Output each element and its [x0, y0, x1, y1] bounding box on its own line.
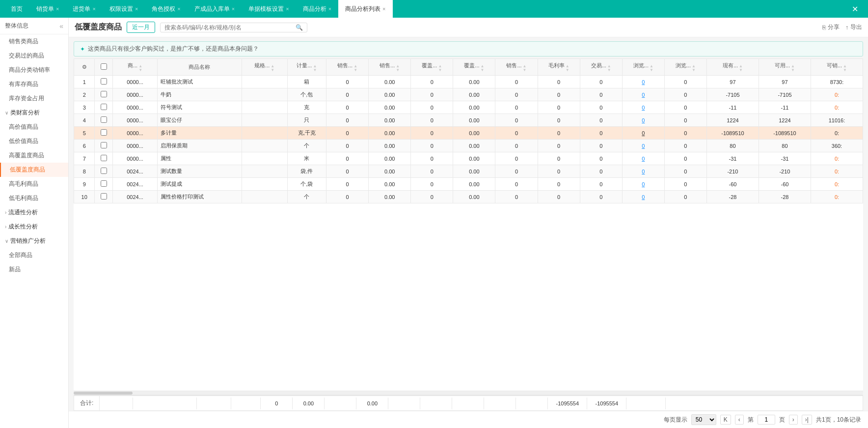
sidebar-item-new-products[interactable]: 新品 — [0, 262, 68, 277]
cell-check[interactable] — [95, 88, 113, 101]
window-close-button[interactable]: ✕ — [846, 4, 864, 14]
nav-home[interactable]: 首页 — [4, 0, 29, 18]
cell-browse1[interactable]: 0 — [622, 165, 664, 178]
sidebar-item-stock-capital[interactable]: 库存资金占用 — [0, 91, 68, 106]
per-page-select[interactable]: 50 100 200 — [691, 414, 716, 425]
th-sales1[interactable]: 销售...▲▼ — [326, 59, 369, 76]
sidebar-item-low-value[interactable]: 低价值商品 — [0, 134, 68, 148]
sidebar-item-high-value[interactable]: 高价值商品 — [0, 120, 68, 134]
cell-check[interactable] — [95, 114, 113, 127]
nav-sales-order[interactable]: 销货单 × — [29, 0, 66, 18]
row-checkbox[interactable] — [101, 104, 107, 110]
cell-browse1[interactable]: 0 — [622, 140, 664, 152]
sidebar-group-liquidity[interactable]: › 流通性分析 — [0, 205, 68, 220]
time-filter-button[interactable]: 近一月 — [127, 22, 155, 33]
next-page-button[interactable]: › — [789, 415, 798, 425]
sidebar-item-all-products[interactable]: 全部商品 — [0, 248, 68, 262]
th-name[interactable]: 商品名称 — [157, 59, 242, 76]
row-checkbox[interactable] — [101, 193, 107, 200]
th-sales2[interactable]: 销售...▲▼ — [369, 59, 411, 76]
close-icon[interactable]: × — [328, 6, 331, 12]
row-checkbox[interactable] — [101, 155, 107, 161]
select-all-checkbox[interactable] — [101, 63, 107, 70]
th-cover1[interactable]: 覆盖...▲▼ — [411, 59, 453, 76]
prev-page-button[interactable]: ‹ — [735, 415, 744, 425]
row-checkbox[interactable] — [101, 142, 107, 148]
sidebar-group-wealth-analysis[interactable]: ∨ 类财富分析 — [0, 106, 68, 120]
nav-role-auth[interactable]: 角色授权 × — [145, 0, 187, 18]
data-table-wrapper[interactable]: ⚙ 商...▲▼ 商品名称 规格...▲▼ 计量...▲▼ 销售...▲▼ 销售… — [74, 58, 863, 391]
th-gear[interactable]: ⚙ — [74, 59, 95, 76]
sidebar-item-low-profit[interactable]: 低毛利商品 — [0, 191, 68, 205]
cell-browse1[interactable]: 0 — [622, 114, 664, 127]
row-checkbox[interactable] — [101, 168, 107, 174]
share-button[interactable]: ⎘ 分享 — [822, 23, 840, 31]
cell-check[interactable] — [95, 165, 113, 178]
page-number-input[interactable] — [758, 415, 775, 425]
sidebar-item-category-rate[interactable]: 商品分类动销率 — [0, 63, 68, 77]
cell-browse1[interactable]: 0 — [622, 76, 664, 88]
th-current[interactable]: 现有...▲▼ — [706, 59, 759, 76]
nav-purchase-order[interactable]: 进货单 × — [66, 0, 102, 18]
th-gross[interactable]: 毛利率▲▼ — [538, 59, 580, 76]
nav-product-analysis[interactable]: 商品分析 × — [296, 0, 338, 18]
cell-check[interactable] — [95, 127, 113, 140]
export-button[interactable]: ↑ 导出 — [845, 23, 862, 31]
horizontal-scrollbar[interactable] — [74, 391, 863, 395]
cell-check[interactable] — [95, 140, 113, 152]
nav-finished-goods[interactable]: 产成品入库单 × — [188, 0, 242, 18]
cell-check[interactable] — [95, 178, 113, 191]
th-browse1[interactable]: 浏览...▲▼ — [622, 59, 664, 76]
cell-num: 9 — [74, 178, 95, 191]
th-sales3[interactable]: 销售...▲▼ — [495, 59, 538, 76]
search-box: 🔍 — [160, 23, 307, 32]
close-icon[interactable]: × — [56, 6, 59, 12]
sidebar-item-sales-goods[interactable]: 销售类商品 — [0, 34, 68, 49]
sidebar-item-high-profit[interactable]: 高毛利商品 — [0, 177, 68, 191]
sidebar-group-marketing[interactable]: ∨ 营销推广分析 — [0, 234, 68, 248]
cell-browse1[interactable]: 0 — [622, 178, 664, 191]
sidebar-item-high-coverage[interactable]: 高覆盖度商品 — [0, 148, 68, 163]
row-checkbox[interactable] — [101, 78, 107, 85]
sidebar-item-low-coverage[interactable]: 低覆盖度商品 — [0, 163, 68, 177]
cell-browse1[interactable]: 0 — [622, 101, 664, 114]
th-sellable[interactable]: 可销...▲▼ — [811, 59, 863, 76]
row-checkbox[interactable] — [101, 180, 107, 187]
cell-browse1[interactable]: 0 — [622, 191, 664, 203]
close-icon[interactable]: × — [232, 6, 235, 12]
close-icon[interactable]: × — [286, 6, 289, 12]
nav-permission-settings[interactable]: 权限设置 × — [103, 0, 145, 18]
close-icon[interactable]: × — [135, 6, 138, 12]
cell-check[interactable] — [95, 152, 113, 165]
close-icon[interactable]: × — [177, 6, 180, 12]
sidebar-item-traded-goods[interactable]: 交易过的商品 — [0, 49, 68, 63]
row-checkbox[interactable] — [101, 129, 107, 136]
th-browse2[interactable]: 浏览...▲▼ — [664, 59, 706, 76]
sidebar-collapse-button[interactable]: « — [59, 22, 63, 30]
nav-product-analysis-list[interactable]: 商品分析列表 × — [338, 0, 392, 18]
close-icon[interactable]: × — [92, 6, 95, 12]
first-page-button[interactable]: K — [720, 415, 731, 425]
th-spec[interactable]: 规格...▲▼ — [242, 59, 287, 76]
cell-check[interactable] — [95, 101, 113, 114]
nav-template-settings[interactable]: 单据模板设置 × — [242, 0, 296, 18]
cell-check[interactable] — [95, 191, 113, 203]
last-page-button[interactable]: ›| — [802, 415, 812, 425]
sidebar-item-in-stock[interactable]: 有库存商品 — [0, 77, 68, 91]
row-checkbox[interactable] — [101, 116, 107, 123]
close-icon[interactable]: × — [382, 6, 385, 12]
th-check[interactable] — [95, 59, 113, 76]
th-code[interactable]: 商...▲▼ — [113, 59, 157, 76]
row-checkbox[interactable] — [101, 91, 107, 97]
search-input[interactable] — [164, 24, 296, 31]
th-cover2[interactable]: 覆盖...▲▼ — [453, 59, 495, 76]
search-icon[interactable]: 🔍 — [296, 24, 303, 31]
th-unit[interactable]: 计量...▲▼ — [287, 59, 326, 76]
cell-browse1[interactable]: 0 — [622, 152, 664, 165]
cell-browse1[interactable]: 0 — [622, 127, 664, 140]
sidebar-group-growth[interactable]: › 成长性分析 — [0, 220, 68, 234]
th-usable[interactable]: 可用...▲▼ — [759, 59, 811, 76]
th-trade[interactable]: 交易...▲▼ — [580, 59, 622, 76]
cell-browse1[interactable]: 0 — [622, 88, 664, 101]
cell-check[interactable] — [95, 76, 113, 88]
